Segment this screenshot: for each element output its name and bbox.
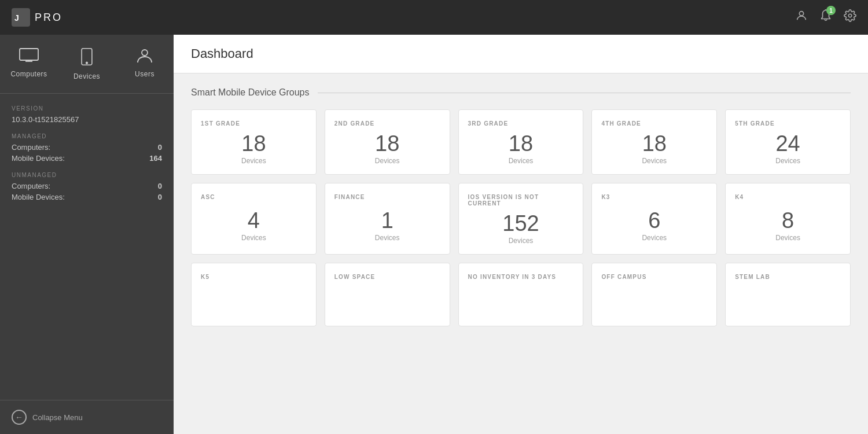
- card-label: 5TH GRADE: [735, 120, 841, 127]
- card-body: [334, 286, 440, 317]
- card-sublabel: Devices: [642, 234, 667, 242]
- version-value: 10.3.0-t1521825567: [12, 115, 162, 124]
- card-3rd-grade[interactable]: 3RD GRADE 18 Devices: [458, 109, 584, 175]
- jamf-logo-icon: J: [12, 8, 30, 27]
- card-body: 18 Devices: [201, 133, 307, 165]
- card-asc[interactable]: ASC 4 Devices: [191, 183, 317, 255]
- svg-point-3: [848, 14, 852, 17]
- card-count: 152: [502, 212, 539, 234]
- page-title: Dashboard: [191, 46, 851, 61]
- card-body: 18 Devices: [468, 133, 574, 165]
- content-area: Dashboard Smart Mobile Device Groups 1ST…: [174, 35, 868, 434]
- sidebar-info: VERSION 10.3.0-t1521825567 MANAGED Compu…: [0, 94, 174, 400]
- managed-computers-value: 0: [158, 143, 162, 152]
- card-k5[interactable]: K5: [191, 263, 317, 326]
- card-k3[interactable]: K3 6 Devices: [591, 183, 717, 255]
- card-label: LOW SPACE: [334, 274, 440, 280]
- card-ios-version[interactable]: IOS VERSION IS NOT CURRENT 152 Devices: [458, 183, 584, 255]
- sidebar-item-devices[interactable]: Devices: [58, 43, 116, 85]
- card-body: [601, 286, 707, 317]
- content-header: Dashboard: [174, 35, 868, 73]
- card-low-space[interactable]: LOW SPACE: [325, 263, 450, 326]
- card-label: IOS VERSION IS NOT CURRENT: [468, 194, 574, 207]
- card-body: [735, 286, 841, 317]
- collapse-label: Collapse Menu: [32, 413, 83, 422]
- managed-mobile-label: Mobile Devices:: [12, 154, 65, 163]
- card-4th-grade[interactable]: 4TH GRADE 18 Devices: [591, 109, 717, 175]
- svg-point-8: [86, 62, 88, 64]
- notification-badge: 1: [826, 6, 836, 15]
- sidebar: Computers Devices Users: [0, 35, 174, 434]
- card-sublabel: Devices: [775, 157, 800, 165]
- cards-row-3: K5 LOW SPACE NO INVENTORY IN 3 DAYS: [191, 263, 851, 326]
- topbar: J PRO 1: [0, 0, 868, 35]
- card-label: NO INVENTORY IN 3 DAYS: [468, 274, 574, 280]
- sidebar-item-computers[interactable]: Computers: [0, 43, 58, 83]
- cards-row-2: ASC 4 Devices FINANCE 1 Devices IOS VERS…: [191, 183, 851, 255]
- logo: J PRO: [12, 8, 62, 27]
- notifications-icon[interactable]: 1: [819, 9, 832, 25]
- card-sublabel: Devices: [642, 157, 667, 165]
- card-label: STEM LAB: [735, 274, 841, 280]
- version-label: VERSION: [12, 105, 162, 112]
- managed-label: MANAGED: [12, 133, 162, 139]
- devices-icon: [80, 47, 94, 70]
- card-body: [201, 286, 307, 317]
- content-body: Smart Mobile Device Groups 1ST GRADE 18 …: [174, 73, 868, 434]
- card-sublabel: Devices: [375, 234, 400, 242]
- card-label: 4TH GRADE: [601, 120, 707, 127]
- card-sublabel: Devices: [509, 237, 534, 245]
- card-body: 24 Devices: [735, 133, 841, 165]
- card-body: 152 Devices: [468, 212, 574, 245]
- managed-computers-row: Computers: 0: [12, 143, 162, 152]
- card-off-campus[interactable]: OFF CAMPUS: [591, 263, 717, 326]
- computers-label: Computers: [10, 70, 47, 78]
- unmanaged-computers-value: 0: [158, 182, 162, 190]
- managed-computers-label: Computers:: [12, 143, 50, 152]
- card-k4[interactable]: K4 8 Devices: [725, 183, 851, 255]
- settings-icon[interactable]: [844, 9, 856, 25]
- section-divider: [318, 93, 851, 93]
- card-finance[interactable]: FINANCE 1 Devices: [325, 183, 450, 255]
- card-count: 4: [248, 209, 260, 231]
- card-sublabel: Devices: [509, 157, 534, 165]
- collapse-icon: ←: [12, 410, 27, 425]
- card-sublabel: Devices: [241, 234, 266, 242]
- devices-label: Devices: [73, 72, 100, 80]
- card-2nd-grade[interactable]: 2ND GRADE 18 Devices: [325, 109, 450, 175]
- card-stem-lab[interactable]: STEM LAB: [725, 263, 851, 326]
- card-body: [468, 286, 574, 317]
- sidebar-item-users[interactable]: Users: [116, 43, 174, 83]
- card-body: 18 Devices: [601, 133, 707, 165]
- card-no-inventory[interactable]: NO INVENTORY IN 3 DAYS: [458, 263, 584, 326]
- card-count: 24: [775, 133, 800, 155]
- card-5th-grade[interactable]: 5TH GRADE 24 Devices: [725, 109, 851, 175]
- card-count: 18: [509, 133, 533, 155]
- section-title: Smart Mobile Device Groups: [191, 87, 310, 98]
- card-sublabel: Devices: [241, 157, 266, 165]
- card-1st-grade[interactable]: 1ST GRADE 18 Devices: [191, 109, 317, 175]
- card-count: 1: [381, 209, 393, 231]
- users-label: Users: [135, 70, 155, 78]
- cards-row-1: 1ST GRADE 18 Devices 2ND GRADE 18 Device…: [191, 109, 851, 175]
- card-body: 18 Devices: [334, 133, 440, 165]
- card-count: 6: [648, 209, 660, 231]
- card-label: K3: [601, 194, 707, 200]
- svg-point-9: [142, 50, 148, 56]
- card-label: K5: [201, 274, 307, 280]
- svg-point-2: [799, 12, 803, 16]
- section-heading: Smart Mobile Device Groups: [191, 87, 851, 98]
- card-label: FINANCE: [334, 194, 440, 200]
- computers-icon: [19, 47, 39, 68]
- svg-text:J: J: [14, 13, 19, 23]
- unmanaged-computers-label: Computers:: [12, 182, 50, 190]
- unmanaged-mobile-value: 0: [158, 193, 162, 201]
- card-body: 1 Devices: [334, 206, 440, 245]
- user-icon[interactable]: [795, 9, 808, 25]
- card-label: 2ND GRADE: [334, 120, 440, 127]
- collapse-menu-button[interactable]: ← Collapse Menu: [0, 400, 174, 434]
- card-label: ASC: [201, 194, 307, 200]
- card-label: 1ST GRADE: [201, 120, 307, 127]
- managed-mobile-value: 164: [149, 154, 162, 163]
- card-count: 8: [782, 209, 794, 231]
